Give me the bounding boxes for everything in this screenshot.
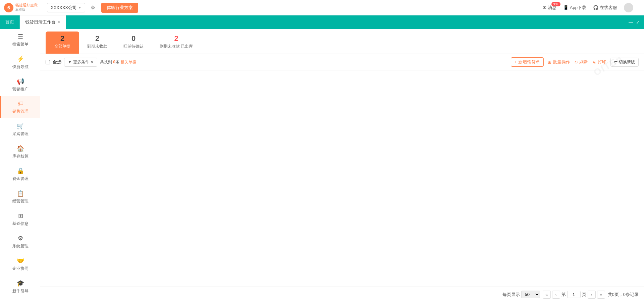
message-icon: ✉ — [543, 5, 546, 10]
per-page-label: 每页显示 — [502, 292, 520, 298]
refresh-label: 刷新 — [579, 59, 588, 65]
filter-chevron: ∨ — [91, 60, 94, 64]
service-icon: 🎧 — [593, 5, 598, 10]
switch-label: 切换新版 — [619, 59, 635, 65]
sidebar-label-marketing: 营销推广 — [12, 86, 29, 92]
sidebar-item-collab[interactable]: 🤝 企业协同 — [0, 253, 40, 276]
stat-label-all: 全部单据 — [54, 44, 70, 49]
refresh-btn[interactable]: ↻ 刷新 — [574, 59, 588, 65]
top-header: 6 畅捷通好生意 标准版 XXXXXX公司 ▼ ⚙ 体验行业方案 ✉ 消息 99… — [0, 0, 644, 15]
stat-label-pending: 旺辅待确认 — [123, 44, 144, 49]
content-area: 2 全部单据 2 到期未收款 0 旺辅待确认 2 到期未收款 已出库 全选 — [40, 29, 644, 302]
system-icon: ⚙ — [18, 235, 23, 242]
stat-tab-pending[interactable]: 0 旺辅待确认 — [115, 32, 152, 54]
sidebar: ☰ 搜索菜单 ⚡ 快捷导航 📢 营销推广 🏷 销售管理 🛒 采购管理 🏠 库存核… — [0, 29, 40, 302]
new-sale-label: + 新增销货单 — [515, 59, 540, 65]
sidebar-item-marketing[interactable]: 📢 营销推广 — [0, 74, 40, 96]
sidebar-item-sales[interactable]: 🏷 销售管理 — [0, 96, 40, 118]
tab-home[interactable]: 首页 — [0, 15, 20, 29]
nav-icon: ⚡ — [17, 55, 24, 63]
gear-icon: ⚙ — [91, 4, 95, 11]
last-page-btn[interactable]: » — [597, 291, 605, 299]
sidebar-label-operations: 经营管理 — [12, 198, 29, 204]
stat-tab-overdue[interactable]: 2 到期未收款 — [79, 32, 115, 54]
app-download-label: App下载 — [570, 5, 586, 11]
app-download-btn[interactable]: 📱 App下载 — [563, 5, 586, 11]
logo-area: 6 畅捷通好生意 标准版 — [4, 3, 44, 12]
sidebar-item-finance[interactable]: 🔒 资金管理 — [0, 163, 40, 186]
operations-icon: 📋 — [17, 190, 24, 197]
print-btn[interactable]: 🖨 打印 — [592, 59, 606, 65]
tab-bar-actions: — ⤢ — [629, 15, 644, 29]
found-text: 共找到 0条 相关单据 — [100, 59, 137, 65]
stat-tab-shipped[interactable]: 2 到期未收款 已出库 — [152, 32, 201, 54]
sidebar-item-system[interactable]: ⚙ 系统管理 — [0, 231, 40, 253]
pagination: 每页显示 50 100 « ‹ 第 页 › » 共0页，0条记录 — [40, 287, 644, 302]
search-menu-icon: ☰ — [18, 33, 23, 40]
filter-btn[interactable]: ▼ 更多条件 ∨ — [64, 58, 97, 67]
tab-expand-btn[interactable]: ⤢ — [636, 19, 640, 25]
tab-minimize-btn[interactable]: — — [629, 19, 633, 25]
sidebar-label-guide: 新手引导 — [12, 288, 29, 294]
sidebar-label-nav: 快捷导航 — [12, 64, 29, 70]
message-badge: 99+ — [551, 2, 560, 6]
sidebar-label-sales: 销售管理 — [12, 109, 29, 114]
stat-num-all: 2 — [60, 34, 64, 43]
sidebar-item-basics[interactable]: ⊞ 基础信息 — [0, 208, 40, 231]
logo-sub: 标准版 — [15, 7, 38, 12]
logo-text: 畅捷通好生意 — [15, 3, 38, 7]
select-all-checkbox[interactable] — [46, 60, 50, 64]
batch-btn[interactable]: ⊞ 批量操作 — [548, 59, 570, 65]
total-text: 共0页，0条记录 — [608, 292, 639, 298]
page-size-select: 每页显示 50 100 — [502, 291, 540, 298]
avatar[interactable] — [624, 3, 633, 12]
sidebar-item-nav[interactable]: ⚡ 快捷导航 — [0, 51, 40, 74]
first-page-btn[interactable]: « — [543, 291, 551, 299]
table-area — [40, 70, 644, 287]
sidebar-label-finance: 资金管理 — [12, 176, 29, 182]
batch-label: 批量操作 — [553, 59, 570, 65]
prev-page-btn[interactable]: ‹ — [552, 291, 560, 299]
stat-num-pending: 0 — [131, 34, 136, 43]
switch-icon: ⇄ — [614, 60, 618, 64]
new-sale-btn[interactable]: + 新增销货单 — [511, 57, 544, 67]
found-link[interactable]: 相关单据 — [120, 60, 137, 64]
tab-qhjq-label: 钱货日清工作台 — [25, 19, 56, 25]
settings-icon-btn[interactable]: ⚙ — [88, 3, 98, 13]
switch-version-btn[interactable]: ⇄ 切换新版 — [610, 58, 639, 67]
company-selector[interactable]: XXXXXX公司 ▼ — [47, 3, 85, 12]
filter-icon: ▼ — [68, 60, 72, 64]
sidebar-item-search[interactable]: ☰ 搜索菜单 — [0, 29, 40, 51]
per-page-dropdown[interactable]: 50 100 — [521, 291, 540, 298]
basics-icon: ⊞ — [18, 212, 23, 220]
sidebar-item-operations[interactable]: 📋 经营管理 — [0, 186, 40, 208]
filter-label: 更多条件 — [73, 59, 89, 65]
toolbar-left: 全选 ▼ 更多条件 ∨ 共找到 0条 相关单据 — [46, 58, 137, 67]
found-count: 0 — [113, 60, 115, 64]
select-all-label: 全选 — [53, 59, 61, 65]
message-btn[interactable]: ✉ 消息 99+ — [543, 5, 556, 11]
sidebar-label-purchase: 采购管理 — [12, 131, 29, 137]
sidebar-label-system: 系统管理 — [12, 243, 29, 249]
page-label: 第 — [561, 292, 566, 298]
sidebar-item-appstore[interactable]: 📦 应用中心 — [0, 298, 40, 302]
tab-home-label: 首页 — [5, 19, 14, 25]
stat-tab-all[interactable]: 2 全部单据 — [46, 32, 79, 54]
chevron-down-icon: ▼ — [78, 6, 82, 9]
page-input[interactable] — [567, 291, 581, 298]
sidebar-item-inventory[interactable]: 🏠 库存核算 — [0, 141, 40, 163]
print-icon: 🖨 — [592, 60, 596, 65]
print-label: 打印 — [598, 59, 606, 65]
trial-button[interactable]: 体验行业方案 — [101, 3, 138, 13]
batch-icon: ⊞ — [548, 60, 551, 65]
next-page-btn[interactable]: › — [588, 291, 596, 299]
online-service-btn[interactable]: 🎧 在线客服 — [593, 5, 617, 11]
sidebar-item-purchase[interactable]: 🛒 采购管理 — [0, 118, 40, 141]
page-end: 页 — [582, 292, 586, 298]
online-service-label: 在线客服 — [600, 5, 617, 11]
sidebar-item-guide[interactable]: 🎓 新手引导 — [0, 276, 40, 298]
tab-qhjq[interactable]: 钱货日清工作台 × — [20, 15, 66, 29]
company-name: XXXXXX公司 — [51, 5, 77, 11]
tab-bar: 首页 钱货日清工作台 × — ⤢ — [0, 15, 644, 29]
tab-close-icon[interactable]: × — [58, 20, 60, 24]
